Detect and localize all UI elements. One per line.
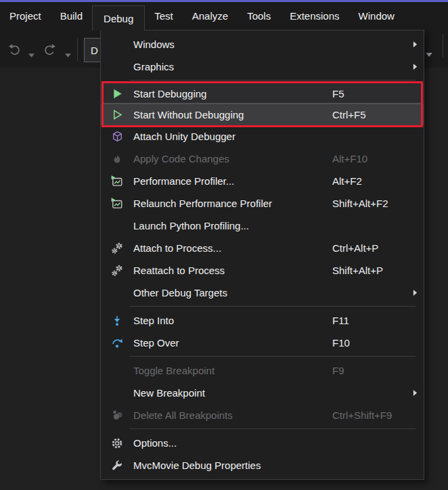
- menu-item-shortcut: F9: [332, 365, 406, 376]
- menu-item-shortcut: Ctrl+Alt+P: [332, 242, 406, 254]
- undo-dropdown-icon: [28, 48, 35, 60]
- menu-item-delete-all-breakpoints[interactable]: Delete All Breakpoints Ctrl+Shift+F9: [101, 404, 424, 426]
- menu-item-step-into[interactable]: Step Into F11: [101, 309, 424, 332]
- menu-separator: [129, 428, 416, 429]
- menu-item-label: Start Without Debugging: [133, 109, 332, 120]
- toolbar-dropdown-icon: [426, 47, 432, 59]
- menu-item-label: Launch Python Profiling...: [133, 220, 332, 231]
- menu-item-performance-profiler[interactable]: Performance Profiler... Alt+F2: [101, 170, 424, 192]
- redo-dropdown-button[interactable]: [65, 48, 71, 60]
- menu-item-shortcut: Shift+Alt+F2: [332, 198, 406, 209]
- redo-icon: [43, 47, 57, 58]
- redo-button[interactable]: [43, 42, 57, 59]
- menu-item-label: Toggle Breakpoint: [133, 365, 332, 376]
- menu-item-attach-to-process[interactable]: Attach to Process... Ctrl+Alt+P: [101, 237, 424, 259]
- menu-separator: [129, 306, 416, 307]
- menu-item-launch-python-profiling[interactable]: Launch Python Profiling...: [101, 215, 424, 237]
- menu-item-label: Delete All Breakpoints: [133, 409, 332, 421]
- menu-item-options[interactable]: Options...: [101, 432, 424, 454]
- menu-item-label: Options...: [133, 437, 332, 449]
- menu-item-label: Attach Unity Debugger: [133, 131, 332, 142]
- redo-dropdown-icon: [65, 48, 71, 60]
- submenu-arrow-icon: [406, 63, 424, 70]
- menu-item-new-breakpoint[interactable]: New Breakpoint: [101, 382, 424, 404]
- menu-item-shortcut: F10: [332, 337, 406, 349]
- menubar-item-project[interactable]: Project: [0, 2, 51, 30]
- menu-item-label: Reattach to Process: [133, 265, 332, 276]
- toolbar-separator-right: [443, 34, 443, 57]
- menu-item-label: Apply Code Changes: [133, 153, 332, 164]
- menu-item-label: Other Debug Targets: [133, 287, 332, 298]
- menu-bar: ProjectBuildDebugTestAnalyzeToolsExtensi…: [0, 2, 448, 30]
- menu-separator: [129, 80, 416, 81]
- undo-button[interactable]: [7, 42, 22, 59]
- menu-item-relaunch-performance-profiler[interactable]: Relaunch Performance Profiler Shift+Alt+…: [101, 192, 424, 215]
- menu-item-shortcut: Alt+F2: [332, 175, 406, 187]
- menu-item-label: Start Debugging: [133, 88, 332, 99]
- menu-item-label: Attach to Process...: [133, 242, 332, 254]
- debug-menu-panel: Windows Graphics Start Debugging F5 Star…: [100, 30, 424, 480]
- menubar-item-debug[interactable]: Debug: [92, 5, 145, 30]
- gears-icon: [101, 242, 133, 254]
- submenu-arrow-icon: [406, 41, 424, 48]
- menu-item-label: New Breakpoint: [133, 387, 332, 399]
- menu-item-shortcut: Alt+F10: [332, 153, 406, 164]
- profiler-chart-icon: [101, 175, 133, 187]
- menubar-item-analyze[interactable]: Analyze: [183, 2, 238, 30]
- menubar-item-tools[interactable]: Tools: [238, 2, 280, 30]
- menu-item-reattach-to-process[interactable]: Reattach to Process Shift+Alt+P: [101, 259, 424, 282]
- menu-item-shortcut: F5: [332, 88, 406, 99]
- menubar-item-build[interactable]: Build: [51, 2, 92, 30]
- menu-item-shortcut: Shift+Alt+P: [332, 265, 406, 276]
- menu-item-shortcut: Ctrl+Shift+F9: [332, 409, 406, 421]
- menu-item-label: Step Over: [133, 337, 332, 349]
- menu-item-shortcut: Ctrl+F5: [332, 109, 406, 120]
- play-outline-icon: [101, 109, 133, 120]
- step-over-icon: [101, 337, 133, 349]
- wrench-icon: [101, 460, 133, 472]
- menubar-item-test[interactable]: Test: [145, 2, 183, 30]
- menu-item-other-debug-targets[interactable]: Other Debug Targets: [101, 282, 424, 304]
- delete-breakpoints-icon: [101, 409, 133, 421]
- menu-item-start-without-debugging[interactable]: Start Without Debugging Ctrl+F5: [101, 104, 424, 125]
- play-filled-icon: [101, 88, 133, 99]
- menu-item-label: Performance Profiler...: [133, 175, 332, 187]
- menu-item-toggle-breakpoint[interactable]: Toggle Breakpoint F9: [101, 359, 424, 382]
- menu-item-graphics[interactable]: Graphics: [101, 55, 424, 78]
- step-into-icon: [101, 315, 133, 326]
- menu-item-label: Windows: [133, 39, 332, 50]
- options-gear-icon: [101, 437, 133, 449]
- debug-configuration-text: D: [91, 45, 98, 56]
- menu-item-label: Step Into: [133, 315, 332, 326]
- menu-separator: [129, 356, 416, 357]
- menu-item-apply-code-changes[interactable]: Apply Code Changes Alt+F10: [101, 148, 424, 170]
- menu-item-start-debugging[interactable]: Start Debugging F5: [101, 83, 424, 104]
- undo-icon: [7, 47, 22, 58]
- menu-item-mvcmovie-debug-properties[interactable]: MvcMovie Debug Properties: [101, 454, 424, 476]
- menu-item-label: Graphics: [133, 61, 332, 72]
- flame-icon: [101, 154, 133, 164]
- menubar-item-extensions[interactable]: Extensions: [280, 2, 349, 30]
- menu-item-windows[interactable]: Windows: [101, 33, 424, 55]
- gears-icon: [101, 265, 133, 277]
- toolbar-separator: [77, 38, 78, 61]
- menu-item-attach-unity-debugger[interactable]: Attach Unity Debugger: [101, 125, 424, 148]
- menu-item-step-over[interactable]: Step Over F10: [101, 332, 424, 354]
- submenu-arrow-icon: [406, 389, 424, 397]
- unity-cube-icon: [101, 131, 133, 142]
- profiler-chart-icon: [101, 198, 133, 210]
- toolbar-overflow-button[interactable]: [426, 47, 432, 60]
- submenu-arrow-icon: [406, 289, 424, 296]
- menubar-item-window[interactable]: Window: [349, 2, 404, 30]
- menu-item-label: MvcMovie Debug Properties: [133, 460, 332, 471]
- menu-item-label: Relaunch Performance Profiler: [133, 198, 332, 209]
- menu-item-shortcut: F11: [332, 315, 406, 326]
- undo-dropdown-button[interactable]: [28, 48, 35, 60]
